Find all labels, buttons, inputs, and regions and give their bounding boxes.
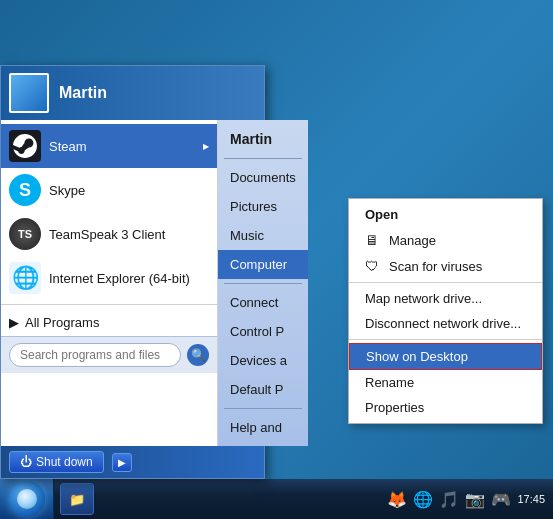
context-menu: Open 🖥 Manage 🛡 Scan for viruses Map net… [348,198,543,424]
context-properties-label: Properties [365,400,424,415]
right-menu-controlp[interactable]: Control P [218,317,308,346]
context-item-show-desktop[interactable]: Show on Desktop [349,343,542,370]
skype-icon: S [9,174,41,206]
start-button[interactable] [0,479,54,519]
right-menu-divider3 [224,408,302,409]
start-menu-header: Martin [1,66,264,120]
ie-icon: 🌐 [9,262,41,294]
tray-icon-4: 📷 [465,490,485,509]
desktop: Martin Steam S Skype [0,0,553,519]
context-show-desktop-label: Show on Desktop [366,349,468,364]
right-menu-defaultp[interactable]: Default P [218,375,308,404]
tray-icon-2: 🌐 [413,490,433,509]
tray-icon-1: 🦊 [387,490,407,509]
context-item-properties[interactable]: Properties [349,395,542,420]
scan-icon: 🛡 [365,258,381,274]
menu-separator [1,304,217,305]
explorer-icon: 📁 [69,492,85,507]
taskbar-item-explorer[interactable]: 📁 [60,483,94,515]
search-bar: 🔍 [1,336,217,373]
start-menu-item-ie[interactable]: 🌐 Internet Explorer (64-bit) [1,256,217,300]
right-menu-help[interactable]: Help and [218,413,308,442]
taskbar-tray: 🦊 🌐 🎵 📷 🎮 17:45 [379,490,553,509]
context-manage-label: Manage [389,233,436,248]
start-orb [9,481,45,517]
right-menu-documents[interactable]: Documents [218,163,308,192]
username-label: Martin [59,84,107,102]
right-menu-connect[interactable]: Connect [218,288,308,317]
teamspeak-label: TeamSpeak 3 Client [49,227,165,242]
steam-label: Steam [49,139,87,154]
start-orb-inner [17,489,37,509]
start-menu-item-teamspeak[interactable]: TS TeamSpeak 3 Client [1,212,217,256]
start-menu-item-steam[interactable]: Steam [1,124,217,168]
search-input[interactable] [9,343,181,367]
context-separator1 [349,282,542,283]
start-menu: Martin Steam S Skype [0,65,265,479]
taskbar-items: 📁 [54,479,379,519]
context-item-rename[interactable]: Rename [349,370,542,395]
start-menu-right-panel: Martin Documents Pictures Music Computer… [218,120,308,446]
context-item-disconnect-drive[interactable]: Disconnect network drive... [349,311,542,336]
tray-icon-5: 🎮 [491,490,511,509]
start-menu-left-panel: Steam S Skype TS TeamSpeak 3 Client 🌐 In… [1,120,218,446]
context-item-manage[interactable]: 🖥 Manage [349,227,542,253]
all-programs-label: All Programs [25,315,99,330]
right-menu-divider [224,158,302,159]
steam-icon [9,130,41,162]
tray-icon-3: 🎵 [439,490,459,509]
context-separator2 [349,339,542,340]
right-menu-divider2 [224,283,302,284]
shutdown-arrow-button[interactable]: ▶ [112,453,132,472]
right-menu-devices[interactable]: Devices a [218,346,308,375]
context-item-scan[interactable]: 🛡 Scan for viruses [349,253,542,279]
taskbar: 📁 🦊 🌐 🎵 📷 🎮 17:45 [0,479,553,519]
search-button[interactable]: 🔍 [187,344,209,366]
context-item-open[interactable]: Open [349,202,542,227]
all-programs-arrow: ▶ [9,315,19,330]
context-scan-label: Scan for viruses [389,259,482,274]
context-item-map-drive[interactable]: Map network drive... [349,286,542,311]
right-menu-music[interactable]: Music [218,221,308,250]
right-menu-computer[interactable]: Computer [218,250,308,279]
shutdown-button[interactable]: ⏻ Shut down [9,451,104,473]
taskbar-clock: 17:45 [517,493,545,505]
skype-label: Skype [49,183,85,198]
context-map-label: Map network drive... [365,291,482,306]
user-avatar [9,73,49,113]
right-menu-pictures[interactable]: Pictures [218,192,308,221]
shutdown-icon: ⏻ [20,455,32,469]
start-menu-body: Steam S Skype TS TeamSpeak 3 Client 🌐 In… [1,120,264,446]
ie-label: Internet Explorer (64-bit) [49,271,190,286]
manage-icon: 🖥 [365,232,381,248]
start-menu-item-skype[interactable]: S Skype [1,168,217,212]
start-menu-bottom: ⏻ Shut down ▶ [1,446,264,478]
right-menu-martin[interactable]: Martin [218,124,308,154]
context-disconnect-label: Disconnect network drive... [365,316,521,331]
shutdown-label: Shut down [36,455,93,469]
context-open-label: Open [365,207,398,222]
teamspeak-icon: TS [9,218,41,250]
all-programs-item[interactable]: ▶ All Programs [1,309,217,336]
context-rename-label: Rename [365,375,414,390]
